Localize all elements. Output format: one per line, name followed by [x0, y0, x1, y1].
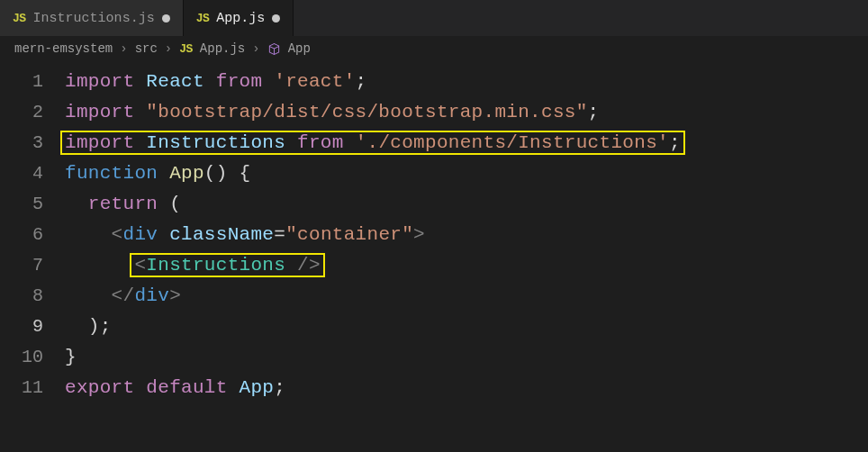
tab-app[interactable]: JS App.js	[184, 0, 294, 36]
breadcrumb-seg[interactable]: App.js	[200, 41, 245, 56]
code-line[interactable]: 1 import React from 'react';	[0, 67, 868, 97]
code-line[interactable]: 6 <div className="container">	[0, 220, 868, 250]
chevron-right-icon: ›	[252, 41, 259, 56]
chevron-right-icon: ›	[165, 41, 172, 56]
line-number: 9	[0, 312, 65, 342]
line-number: 2	[0, 97, 65, 128]
breadcrumb[interactable]: mern-emsystem › src › JS App.js › App	[0, 36, 868, 61]
code-line[interactable]: 10 }	[0, 342, 868, 373]
breadcrumb-seg[interactable]: src	[135, 41, 158, 56]
line-number: 3	[0, 128, 65, 158]
tab-label: App.js	[216, 11, 265, 26]
tab-instructions[interactable]: JS Instructions.js	[0, 0, 184, 36]
editor[interactable]: 1 import React from 'react'; 2 import "b…	[0, 61, 868, 403]
code-line[interactable]: 9 );	[0, 312, 868, 342]
line-number: 7	[0, 250, 65, 281]
dirty-dot	[272, 14, 280, 23]
line-number: 5	[0, 189, 65, 220]
line-number: 1	[0, 67, 65, 97]
code-line[interactable]: 2 import "bootstrap/dist/css/bootstrap.m…	[0, 97, 868, 128]
highlight-box: <Instructions />	[130, 253, 324, 277]
line-number: 10	[0, 342, 65, 373]
code-line[interactable]: 5 return (	[0, 189, 868, 220]
breadcrumb-seg[interactable]: mern-emsystem	[14, 41, 113, 56]
js-icon: JS	[196, 12, 210, 25]
line-number: 4	[0, 158, 65, 189]
tab-label: Instructions.js	[33, 11, 155, 26]
js-icon: JS	[179, 42, 193, 56]
cube-icon	[267, 41, 281, 56]
js-icon: JS	[13, 12, 26, 25]
dirty-dot	[162, 14, 170, 23]
code-line[interactable]: 7 <Instructions />	[0, 250, 868, 281]
tab-bar: JS Instructions.js JS App.js	[0, 0, 868, 36]
chevron-right-icon: ›	[120, 41, 127, 56]
line-number: 6	[0, 220, 65, 250]
line-number: 11	[0, 373, 65, 403]
line-number: 8	[0, 281, 65, 312]
breadcrumb-seg[interactable]: App	[288, 41, 311, 56]
code-line[interactable]: 3 import Instructions from './components…	[0, 128, 868, 158]
code-line[interactable]: 4 function App() {	[0, 158, 868, 189]
code-line[interactable]: 11 export default App;	[0, 373, 868, 403]
code-line[interactable]: 8 </div>	[0, 281, 868, 312]
highlight-box: import Instructions from './components/I…	[60, 131, 685, 155]
